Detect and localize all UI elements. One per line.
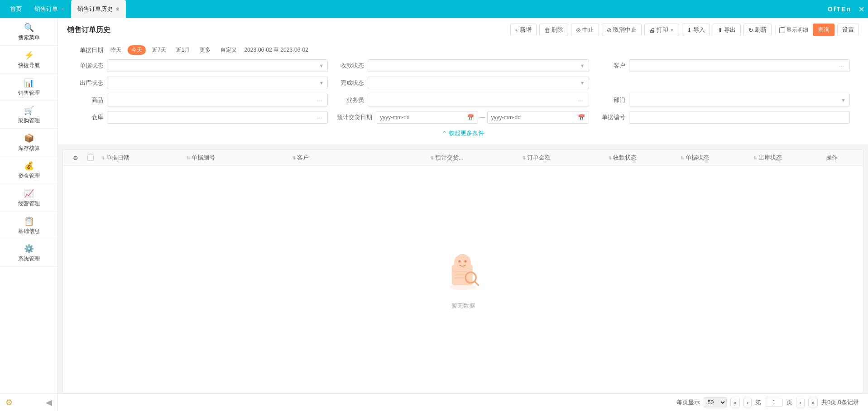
- th-delivery[interactable]: ⇅ 预计交货...: [427, 154, 519, 162]
- sidebar-item-system-mgmt[interactable]: ⚙️ 系统管理: [0, 239, 58, 267]
- display-detail-checkbox[interactable]: [779, 27, 785, 33]
- th-gear[interactable]: ⚙: [67, 155, 84, 161]
- th-receipt[interactable]: ⇅ 收款状态: [604, 154, 677, 162]
- add-button[interactable]: + 新增: [510, 24, 537, 36]
- tab-home[interactable]: 首页: [4, 0, 28, 18]
- query-button[interactable]: 查询: [813, 24, 834, 36]
- filter-product-label: 商品: [76, 96, 103, 104]
- filter-receipt-status-dropdown[interactable]: ▼: [368, 59, 589, 72]
- sort-out-icon: ⇅: [753, 155, 757, 160]
- import-button[interactable]: ⬇ 导入: [682, 24, 710, 36]
- th-num[interactable]: ⇅ 单据编号: [183, 154, 288, 162]
- th-date[interactable]: ⇅ 单据日期: [97, 154, 183, 162]
- filter-customer-input-wrap[interactable]: ···: [629, 59, 850, 72]
- th-out-status[interactable]: ⇅ 出库状态: [750, 154, 822, 162]
- filter-out-status-dropdown[interactable]: ▼: [107, 77, 328, 89]
- first-page-button[interactable]: «: [730, 398, 740, 407]
- filter-sales-staff-input-wrap[interactable]: ···: [368, 94, 589, 106]
- sidebar-item-quick-nav[interactable]: ⚡ 快捷导航: [0, 46, 58, 73]
- select-all-checkbox[interactable]: [87, 155, 94, 161]
- sidebar-settings-icon[interactable]: ⚙: [5, 397, 13, 407]
- th-customer[interactable]: ⇅ 客户: [288, 154, 427, 162]
- warehouse-more-icon[interactable]: ···: [315, 114, 324, 121]
- cancel-stop-label: 取消中止: [613, 26, 637, 34]
- receipt-status-arrow-icon: ▼: [580, 63, 585, 68]
- empty-state: 暂无数据: [63, 166, 863, 393]
- filter-product-input[interactable]: [111, 97, 313, 103]
- sidebar-item-inventory[interactable]: 📦 库存核算: [0, 129, 58, 156]
- date-opt-more[interactable]: 更多: [196, 45, 214, 55]
- filter-expected-date: 预计交货日期 📅 — 📅: [337, 111, 589, 124]
- per-page-select[interactable]: 10 20 50 100: [704, 397, 727, 407]
- tab-sales-order-history[interactable]: 销售订单历史 ✕: [71, 0, 126, 18]
- import-icon: ⬇: [687, 27, 692, 34]
- display-detail-checkbox-wrap[interactable]: 显示明细: [779, 26, 810, 34]
- sort-customer-icon: ⇅: [292, 155, 296, 160]
- filter-expected-end-wrap[interactable]: 📅: [487, 111, 589, 124]
- customer-more-icon[interactable]: ···: [837, 63, 846, 69]
- th-op-label: 操作: [826, 154, 838, 162]
- gear-column-icon[interactable]: ⚙: [73, 155, 78, 161]
- window-close-icon[interactable]: ✕: [858, 5, 864, 14]
- date-opt-yesterday[interactable]: 昨天: [107, 45, 125, 55]
- th-check[interactable]: [84, 155, 97, 161]
- tab-sales-order[interactable]: 销售订单 ✕: [28, 0, 71, 18]
- filter-warehouse-input[interactable]: [111, 114, 313, 121]
- tab-sales-order-close[interactable]: ✕: [61, 6, 65, 12]
- filter-sales-staff: 业务员 ···: [337, 94, 589, 106]
- th-amount[interactable]: ⇅ 订单金额: [518, 154, 604, 162]
- prev-page-button[interactable]: ‹: [743, 398, 752, 407]
- page-label: 第: [755, 398, 761, 406]
- date-opt-7days[interactable]: 近7天: [149, 45, 170, 55]
- page-number-input[interactable]: [765, 398, 783, 407]
- date-opt-custom[interactable]: 自定义: [217, 45, 240, 55]
- filter-expected-end-input[interactable]: [491, 114, 576, 121]
- filter-dept-dropdown[interactable]: ▼: [629, 94, 850, 106]
- export-icon: ⬆: [718, 27, 723, 34]
- filter-doc-num-input-wrap[interactable]: [629, 111, 850, 124]
- calendar-start-icon[interactable]: 📅: [467, 114, 474, 121]
- collapse-row[interactable]: ⌃ 收起更多条件: [76, 128, 850, 140]
- filter-product-input-wrap[interactable]: ···: [107, 94, 328, 106]
- out-status-arrow-icon: ▼: [319, 80, 324, 86]
- delete-button[interactable]: 🗑 删除: [539, 24, 568, 36]
- stop-button[interactable]: ⊘ 中止: [571, 24, 599, 36]
- product-more-icon[interactable]: ···: [315, 97, 324, 104]
- last-page-button[interactable]: »: [808, 398, 818, 407]
- th-doc-label: 单据状态: [686, 154, 709, 162]
- filter-warehouse-label: 仓库: [76, 113, 103, 121]
- refresh-button[interactable]: ↻ 刷新: [743, 24, 772, 36]
- th-doc-status[interactable]: ⇅ 单据状态: [677, 154, 749, 162]
- add-label: 新增: [520, 26, 532, 34]
- date-opt-today[interactable]: 今天: [128, 45, 146, 55]
- cancel-stop-button[interactable]: ⊘ 取消中止: [602, 24, 642, 36]
- filter-doc-num-input[interactable]: [633, 114, 846, 121]
- sidebar-item-sales-mgmt[interactable]: 📊 销售管理: [0, 73, 58, 101]
- sidebar-item-search-menu[interactable]: 🔍 搜索菜单: [0, 18, 58, 46]
- tab-sales-order-history-close[interactable]: ✕: [115, 6, 120, 12]
- sidebar-item-finance-label: 资金管理: [18, 172, 40, 180]
- settings-label: 设置: [842, 26, 854, 34]
- sales-staff-more-icon[interactable]: ···: [576, 97, 585, 104]
- filter-warehouse-input-wrap[interactable]: ···: [107, 111, 328, 124]
- filter-customer-input[interactable]: [633, 63, 835, 69]
- filter-complete-status-dropdown[interactable]: ▼: [368, 77, 589, 89]
- sidebar-item-inventory-label: 库存核算: [18, 145, 40, 152]
- pagination-bar: 每页显示 10 20 50 100 « ‹ 第 页 › » 共0页,0条记录: [58, 393, 868, 411]
- print-button[interactable]: 🖨 打印 ▼: [644, 24, 679, 36]
- sidebar-collapse-icon[interactable]: ◀: [46, 397, 52, 407]
- next-page-button[interactable]: ›: [796, 398, 804, 407]
- filter-sales-staff-input[interactable]: [372, 97, 574, 103]
- sidebar-item-finance[interactable]: 💰 资金管理: [0, 156, 58, 184]
- date-opt-1month[interactable]: 近1月: [173, 45, 194, 55]
- settings-button[interactable]: 设置: [837, 24, 859, 36]
- sidebar-item-business-mgmt[interactable]: 📈 经营管理: [0, 184, 58, 212]
- export-button[interactable]: ⬆ 导出: [713, 24, 741, 36]
- sidebar-item-basic-info[interactable]: 📋 基础信息: [0, 212, 58, 239]
- filter-expected-start-wrap[interactable]: 📅: [376, 111, 478, 124]
- filter-expected-date-label: 预计交货日期: [337, 113, 372, 121]
- filter-expected-start-input[interactable]: [380, 114, 465, 121]
- filter-doc-status-dropdown[interactable]: ▼: [107, 59, 328, 72]
- sidebar-item-purchase-mgmt[interactable]: 🛒 采购管理: [0, 101, 58, 129]
- calendar-end-icon[interactable]: 📅: [578, 114, 585, 121]
